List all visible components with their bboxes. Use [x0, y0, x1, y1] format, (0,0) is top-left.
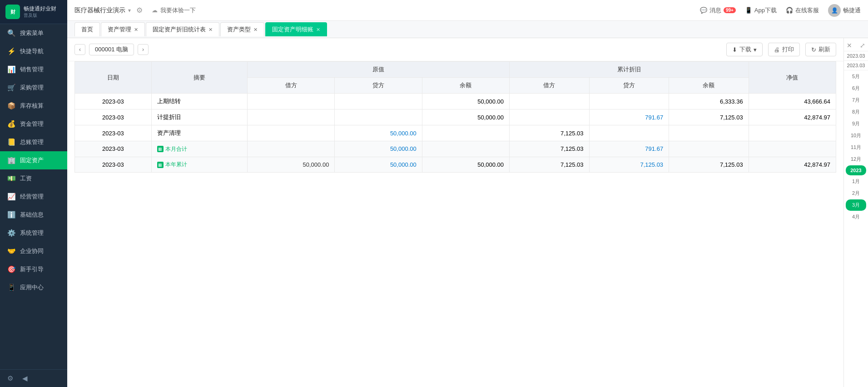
timeline-controls: ✕ ⤢ — [844, 40, 868, 51]
tab-asset-mgmt[interactable]: 资产管理✕ — [101, 22, 145, 36]
tab-home[interactable]: 首页 — [74, 22, 100, 36]
sidebar-item-salary[interactable]: 💵 工资 — [0, 169, 67, 188]
sidebar-icon-operations: 📈 — [7, 193, 15, 201]
timeline-month-4月[interactable]: 4月 — [846, 211, 866, 223]
timeline-month-6月[interactable]: 6月 — [846, 83, 866, 94]
cell-accum-balance: 7,125.03 — [669, 157, 749, 173]
download-dropdown-icon: ▾ — [754, 46, 757, 53]
tab-close-asset-type[interactable]: ✕ — [253, 27, 258, 33]
topbar-settings-icon[interactable]: ⚙ — [136, 6, 143, 15]
topbar-right: 💬 消息 99+ 📱 App下载 🎧 在线客服 👤 畅捷通 — [700, 4, 861, 17]
sidebar: 财 畅捷通好业财 普及版 🔍 搜索菜单 ⚡ 快捷导航 📊 销售管理 🛒 采购管理… — [0, 0, 67, 387]
app-download-button[interactable]: 📱 App下载 — [745, 6, 777, 15]
sidebar-item-capital[interactable]: 💰 资金管理 — [0, 115, 67, 133]
service-icon: 🎧 — [786, 7, 793, 14]
cell-accum-debit: 7,125.03 — [510, 141, 590, 157]
sidebar-item-basicinfo[interactable]: ℹ️ 基础信息 — [0, 206, 67, 224]
table-row: 2023-03 计提折旧 50,000.00 791.67 7,125.03 4… — [75, 109, 836, 125]
sidebar-item-quicknav[interactable]: ⚡ 快捷导航 — [0, 42, 67, 60]
tab-label-asset-detail: 固定资产明细账 — [272, 25, 313, 34]
cell-date: 2023-03 — [75, 125, 152, 141]
sidebar-label-operations: 经营管理 — [20, 193, 44, 201]
messages-button[interactable]: 💬 消息 99+ — [700, 6, 736, 15]
sidebar-item-sales[interactable]: 📊 销售管理 — [0, 60, 67, 79]
timeline-month-5月[interactable]: 5月 — [846, 71, 866, 82]
collapse-icon[interactable]: ◀ — [22, 374, 28, 382]
topbar-experience[interactable]: ☁ 我要体验一下 — [152, 6, 196, 15]
sidebar-item-search[interactable]: 🔍 搜索菜单 — [0, 24, 67, 42]
sidebar-label-basicinfo: 基础信息 — [20, 211, 44, 219]
timeline-close-button[interactable]: ✕ — [847, 42, 852, 49]
timeline-month-2月[interactable]: 2月 — [846, 188, 866, 199]
topbar-dropdown-icon[interactable]: ▾ — [128, 7, 131, 14]
timeline-month-7月[interactable]: 7月 — [846, 94, 866, 106]
customer-service-button[interactable]: 🎧 在线客服 — [786, 6, 819, 15]
timeline-panel: ✕ ⤢ 2023.03 2023.03 5月6月7月8月9月10月11月12月2… — [843, 38, 868, 387]
sidebar-label-quicknav: 快捷导航 — [20, 47, 44, 55]
col-orig-debit: 借方 — [248, 78, 335, 94]
refresh-button[interactable]: ↻ 刷新 — [805, 43, 836, 56]
cell-orig-balance: 50,000.00 — [422, 157, 509, 173]
tab-close-asset-mgmt[interactable]: ✕ — [134, 27, 138, 33]
col-orig-balance: 余额 — [422, 78, 509, 94]
asset-toolbar: ‹ 000001 电脑 › ⬇ 下载 ▾ 🖨 打印 ↻ 刷新 — [67, 38, 843, 61]
sidebar-item-cooperation[interactable]: 🤝 企业协同 — [0, 242, 67, 260]
cell-accum-credit: 7,125.03 — [589, 157, 669, 173]
tab-close-depreciation-stats[interactable]: ✕ — [208, 27, 213, 33]
sum-icon: ▦ — [157, 146, 164, 152]
sidebar-item-fixedassets[interactable]: 🏢 固定资产 — [0, 151, 67, 169]
sidebar-icon-inventory: 📦 — [7, 102, 15, 110]
cell-date: 2023-03 — [75, 157, 152, 173]
user-menu-button[interactable]: 👤 畅捷通 — [828, 4, 861, 17]
next-asset-button[interactable]: › — [138, 44, 149, 55]
cell-accum-credit — [589, 125, 669, 141]
tab-close-asset-detail[interactable]: ✕ — [316, 27, 320, 33]
topbar-title: 医疗器械行业演示 ▾ — [74, 6, 131, 15]
timeline-month-10月[interactable]: 10月 — [846, 130, 866, 141]
timeline-month-1月[interactable]: 1月 — [846, 176, 866, 187]
download-button[interactable]: ⬇ 下载 ▾ — [726, 43, 763, 56]
tab-asset-type[interactable]: 资产类型✕ — [220, 22, 264, 36]
timeline-month-12月[interactable]: 12月 — [846, 154, 866, 165]
message-icon: 💬 — [700, 7, 707, 14]
sidebar-icon-sales: 📊 — [7, 65, 15, 74]
sidebar-item-purchase[interactable]: 🛒 采购管理 — [0, 79, 67, 97]
settings-icon[interactable]: ⚙ — [7, 374, 13, 382]
sidebar-item-inventory[interactable]: 📦 库存核算 — [0, 97, 67, 115]
cell-orig-credit: 50,000.00 — [335, 141, 422, 157]
cell-accum-credit — [589, 94, 669, 109]
col-summary: 摘要 — [151, 62, 247, 94]
timeline-month-9月[interactable]: 9月 — [846, 118, 866, 129]
cell-accum-balance — [669, 125, 749, 141]
cell-orig-debit: 50,000.00 — [248, 157, 335, 173]
table-row: 2023-03 ▦本年累计 50,000.00 50,000.00 50,000… — [75, 157, 836, 173]
sidebar-item-appcenter[interactable]: 📱 应用中心 — [0, 278, 67, 297]
cell-summary: ▦本月合计 — [151, 141, 247, 157]
sidebar-item-sysmanage[interactable]: ⚙️ 系统管理 — [0, 224, 67, 242]
sidebar-nav: 🔍 搜索菜单 ⚡ 快捷导航 📊 销售管理 🛒 采购管理 📦 库存核算 💰 资金管… — [0, 24, 67, 369]
tabbar: 首页资产管理✕固定资产折旧统计表✕资产类型✕固定资产明细账✕ — [67, 21, 868, 38]
sidebar-label-search: 搜索菜单 — [20, 29, 44, 37]
sidebar-item-ledger[interactable]: 📒 总账管理 — [0, 133, 67, 151]
tab-depreciation-stats[interactable]: 固定资产折旧统计表✕ — [146, 22, 219, 36]
cell-date: 2023-03 — [75, 141, 152, 157]
experience-icon: ☁ — [152, 7, 158, 14]
timeline-month-11月[interactable]: 11月 — [846, 142, 866, 153]
print-button[interactable]: 🖨 打印 — [768, 43, 800, 56]
sidebar-item-operations[interactable]: 📈 经营管理 — [0, 188, 67, 206]
cell-date: 2023-03 — [75, 94, 152, 109]
cell-accum-balance: 6,333.36 — [669, 94, 749, 109]
sidebar-label-sales: 销售管理 — [20, 65, 44, 74]
sidebar-label-guide: 新手引导 — [20, 265, 44, 273]
timeline-expand-button[interactable]: ⤢ — [860, 42, 865, 49]
cell-orig-balance: 50,000.00 — [422, 109, 509, 125]
cell-summary: 资产清理 — [151, 125, 247, 141]
tab-label-home: 首页 — [81, 25, 93, 34]
tab-asset-detail[interactable]: 固定资产明细账✕ — [265, 22, 327, 36]
timeline-month-3月[interactable]: 3月 — [846, 199, 866, 211]
col-accum-depr-group: 累计折旧 — [510, 62, 749, 78]
prev-asset-button[interactable]: ‹ — [74, 44, 85, 55]
sidebar-item-guide[interactable]: 🎯 新手引导 — [0, 260, 67, 278]
timeline-year-badge[interactable]: 2023 — [846, 165, 866, 175]
timeline-month-8月[interactable]: 8月 — [846, 106, 866, 118]
